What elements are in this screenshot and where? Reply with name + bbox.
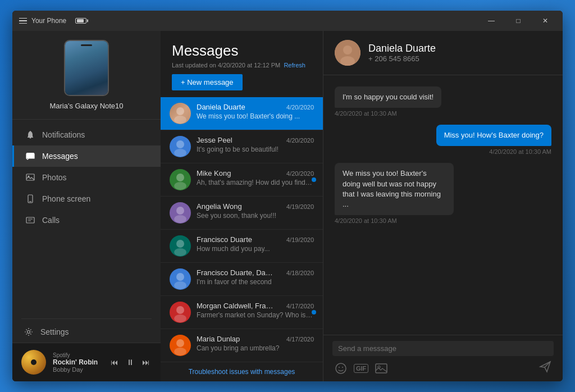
- chat-contact-name: Daniela Duarte: [368, 43, 436, 54]
- messages-header: Messages Last updated on 4/20/2020 at 12…: [161, 31, 323, 97]
- image-button[interactable]: [375, 363, 387, 373]
- message-bubble: Miss you! How's Baxter doing?: [436, 125, 551, 146]
- app-window: Your Phone — □ ✕ Maria's Galaxy Note10: [12, 11, 563, 381]
- sidebar-item-calls[interactable]: Calls: [12, 209, 161, 231]
- chat-header: Daniela Duarte + 206 545 8665: [323, 31, 563, 75]
- media-next-button[interactable]: ⏭: [140, 357, 152, 368]
- title-bar: Your Phone — □ ✕: [12, 11, 563, 31]
- chat-contact-info: Daniela Duarte + 206 545 8665: [368, 43, 436, 63]
- conv-name: Jesse Peel: [197, 136, 232, 144]
- phone-image: [64, 40, 109, 96]
- conv-avatar: [170, 268, 191, 290]
- svg-point-31: [336, 363, 346, 373]
- chat-input-area: GIF: [323, 335, 563, 381]
- message-input[interactable]: [338, 344, 548, 353]
- album-art: [21, 350, 46, 375]
- conv-avatar: [170, 335, 191, 356]
- conversation-item[interactable]: Maria Dunlap4/17/2020Can you bring an um…: [161, 329, 323, 362]
- refresh-link[interactable]: Refresh: [284, 62, 305, 69]
- svg-point-12: [176, 174, 184, 181]
- troubleshoot-link[interactable]: Troubleshoot issues with messages: [161, 362, 323, 381]
- conv-top: Francisco Duarte, Daniela ...4/18/2020: [197, 268, 314, 277]
- send-button[interactable]: [539, 361, 551, 376]
- conv-top: Angelia Wong4/19/2020: [197, 202, 314, 211]
- conv-content: Morgan Caldwell, Francisco ...4/17/2020F…: [197, 302, 314, 319]
- conv-name: Daniela Duarte: [197, 103, 245, 111]
- message-bubble: We miss you too! Baxter's doing well but…: [335, 163, 454, 215]
- conv-name: Mike Kong: [197, 169, 231, 177]
- chat-toolbar: GIF: [332, 361, 554, 376]
- conv-content: Daniela Duarte4/20/2020We miss you too! …: [197, 103, 314, 120]
- svg-point-32: [339, 367, 340, 368]
- chat-contact-avatar: [335, 40, 360, 66]
- conversation-item[interactable]: Daniela Duarte4/20/2020We miss you too! …: [161, 97, 323, 130]
- conv-content: Angelia Wong4/19/2020See you soon, thank…: [197, 202, 314, 220]
- svg-point-29: [343, 45, 352, 54]
- sidebar-item-notifications[interactable]: Notifications: [12, 124, 161, 145]
- conv-date: 4/20/2020: [286, 170, 314, 177]
- conversation-item[interactable]: Angelia Wong4/19/2020See you soon, thank…: [161, 197, 323, 230]
- svg-point-18: [176, 273, 184, 281]
- minimize-button[interactable]: —: [478, 12, 504, 30]
- media-prev-button[interactable]: ⏮: [109, 357, 120, 368]
- conv-date: 4/19/2020: [286, 203, 314, 210]
- conv-date: 4/20/2020: [286, 104, 314, 111]
- conv-preview: Farmer's market on Sunday? Who is ready …: [197, 311, 314, 319]
- conv-preview: We miss you too! Baxter's doing ...: [197, 112, 314, 120]
- conv-content: Francisco Duarte4/19/2020How much did yo…: [197, 235, 314, 253]
- conv-date: 4/20/2020: [286, 137, 314, 144]
- conv-preview: See you soon, thank you!!!: [197, 212, 314, 220]
- message-group: Miss you! How's Baxter doing?4/20/2020 a…: [335, 125, 551, 155]
- message-time: 4/20/2020 at 10:30 AM: [335, 217, 397, 224]
- conv-preview: Ah, that's amazing! How did you find him…: [197, 179, 314, 186]
- message-time: 4/20/2020 at 10:30 AM: [335, 110, 397, 117]
- conv-date: 4/18/2020: [286, 270, 314, 276]
- settings-item[interactable]: Settings: [12, 321, 161, 343]
- svg-point-7: [28, 331, 30, 334]
- unread-dot: [312, 177, 316, 182]
- conversation-list: Daniela Duarte4/20/2020We miss you too! …: [161, 97, 323, 362]
- sidebar-item-phone-screen-label: Phone screen: [42, 194, 90, 203]
- title-bar-controls: — □ ✕: [478, 12, 558, 30]
- sidebar-item-calls-label: Calls: [42, 216, 60, 225]
- chat-input-row: [332, 341, 554, 356]
- conversation-item[interactable]: Morgan Caldwell, Francisco ...4/17/2020F…: [161, 296, 323, 329]
- svg-point-8: [176, 107, 184, 115]
- emoji-button[interactable]: [335, 362, 347, 375]
- chat-panel: Daniela Duarte + 206 545 8665 I'm so hap…: [323, 31, 563, 381]
- media-artist: Bobby Day: [53, 366, 102, 373]
- conversation-item[interactable]: Jesse Peel4/20/2020It's going to be so b…: [161, 130, 323, 163]
- conversation-item[interactable]: Francisco Duarte4/19/2020How much did yo…: [161, 230, 323, 263]
- notifications-icon: [25, 130, 35, 140]
- hamburger-icon[interactable]: [19, 18, 27, 24]
- media-player: Spotify Rockin' Robin Bobby Day ⏮ ⏸ ⏭: [12, 343, 161, 381]
- svg-point-21: [174, 314, 186, 322]
- media-play-button[interactable]: ⏸: [125, 357, 136, 368]
- message-group: We miss you too! Baxter's doing well but…: [335, 163, 551, 224]
- svg-point-33: [342, 367, 343, 368]
- conv-avatar: [170, 235, 191, 257]
- svg-point-16: [176, 240, 184, 248]
- media-controls: ⏮ ⏸ ⏭: [109, 357, 152, 368]
- calls-icon: [25, 215, 35, 225]
- conv-avatar: [170, 202, 191, 224]
- conversation-item[interactable]: Mike Kong4/20/2020Ah, that's amazing! Ho…: [161, 163, 323, 197]
- unread-dot: [312, 310, 316, 314]
- sidebar-item-phone-screen[interactable]: Phone screen: [12, 188, 161, 209]
- conv-name: Francisco Duarte: [197, 235, 252, 244]
- sidebar-item-photos[interactable]: Photos: [12, 167, 161, 188]
- svg-point-9: [174, 116, 186, 124]
- new-message-button[interactable]: + New message: [172, 74, 243, 90]
- close-button[interactable]: ✕: [532, 12, 558, 30]
- maximize-button[interactable]: □: [505, 12, 531, 30]
- sidebar-divider: [21, 318, 152, 319]
- gif-button[interactable]: GIF: [354, 364, 368, 373]
- conv-avatar: [170, 302, 191, 323]
- conv-avatar: [170, 169, 191, 190]
- chat-messages: I'm so happy you could visit!4/20/2020 a…: [323, 75, 563, 335]
- messages-title: Messages: [172, 42, 312, 60]
- conversation-item[interactable]: Francisco Duarte, Daniela ...4/18/2020I'…: [161, 263, 323, 296]
- phone-name: Maria's Galaxy Note10: [49, 102, 123, 110]
- svg-point-20: [176, 306, 184, 314]
- sidebar-item-messages[interactable]: Messages: [12, 145, 161, 167]
